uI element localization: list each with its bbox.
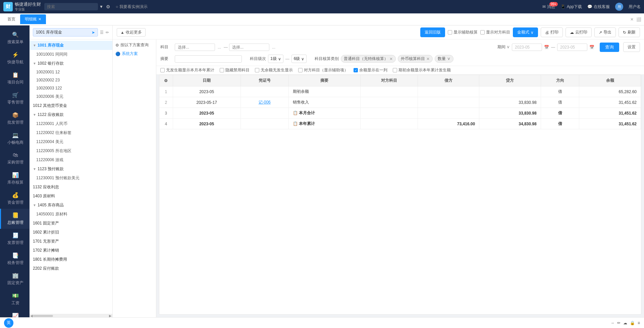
tree-item-1702[interactable]: 1702 累计摊销 bbox=[30, 246, 112, 255]
cb-show-balance-col[interactable]: ✓ 余额显示在一列 bbox=[354, 67, 387, 73]
list-view-icon[interactable]: ☰ bbox=[100, 30, 104, 35]
filter-settings-btn[interactable]: 设置 bbox=[623, 42, 640, 52]
cloud-print-btn[interactable]: ☁ 云打印 bbox=[566, 27, 592, 37]
sidebar-item-assets[interactable]: 🏢 固定资产 bbox=[0, 269, 30, 289]
sidebar-item-project[interactable]: 📋 项目合同 bbox=[0, 68, 30, 88]
cb-no-balance[interactable]: 无余额无发生显示 bbox=[255, 67, 293, 73]
tree-item-1602[interactable]: 1602 累计折旧 bbox=[30, 228, 112, 237]
tree-item-1132[interactable]: 1132 应收利息 bbox=[30, 183, 112, 192]
tab-close-icon[interactable]: ✕ bbox=[38, 17, 41, 21]
left-panel-hscroll[interactable]: ◀ ▶ bbox=[30, 314, 112, 317]
tree-item-11220001[interactable]: 11220001 人民币 bbox=[30, 119, 112, 128]
tree-item-1002[interactable]: ▼ 1002 银行存款 bbox=[30, 59, 112, 68]
bottom-lock-icon[interactable]: 🔒 bbox=[630, 321, 635, 325]
bottom-cloud-icon[interactable]: ☁ bbox=[623, 321, 627, 325]
subject-dots[interactable]: ... bbox=[216, 45, 222, 50]
sidebar-item-inventory[interactable]: 📊 库存核算 bbox=[0, 169, 30, 189]
subject-to-input[interactable] bbox=[229, 44, 269, 51]
col-settings[interactable]: ⚙ bbox=[159, 75, 173, 86]
export-btn[interactable]: ↗ 导出 bbox=[594, 27, 616, 37]
tag-quantity[interactable]: 数量 ∨ bbox=[435, 55, 453, 63]
tag-close-icon[interactable]: ✕ bbox=[426, 57, 430, 61]
sidebar-item-ecommerce[interactable]: 💻 小畅电商 bbox=[0, 129, 30, 149]
refresh-btn[interactable]: ↻ 刷新 bbox=[619, 27, 640, 37]
search-dropdown-icon[interactable]: ▼ bbox=[99, 4, 103, 9]
subject-to-dots[interactable]: ... bbox=[271, 45, 277, 50]
tree-item-10020003[interactable]: 10020003 122 bbox=[30, 84, 112, 92]
bottom-expand-btn[interactable]: 英 bbox=[4, 318, 13, 328]
cb-hide-disabled[interactable]: 隐藏禁用科目 bbox=[220, 67, 250, 73]
tag-foreign[interactable]: 外币核算科目 ✕ bbox=[398, 55, 433, 63]
tree-item-10020001[interactable]: 10020001 12 bbox=[30, 68, 112, 76]
sidebar-item-salary[interactable]: 💵 工资 bbox=[0, 289, 30, 309]
cb-no-occurrence[interactable]: 无发生额显示本月本年累计 bbox=[160, 67, 214, 73]
period-dropdown-label[interactable]: 期间 ∨ bbox=[497, 44, 510, 50]
bottom-arrow-icon[interactable]: → bbox=[610, 321, 614, 325]
tree-item-2202[interactable]: 2202 应付账款 bbox=[30, 264, 112, 273]
scheme-system-item[interactable]: 🔵 系统方案 bbox=[115, 50, 153, 58]
sidebar-item-purchase[interactable]: 🛍 采购管理 bbox=[0, 149, 30, 169]
app-download-btn[interactable]: 📱 App下载 bbox=[560, 4, 582, 10]
online-service-btn[interactable]: 💬 在线客服 bbox=[587, 4, 610, 10]
tree-item-1701[interactable]: 1701 无形资产 bbox=[30, 237, 112, 246]
tree-item-1123[interactable]: ▼ 1123 预付账款 bbox=[30, 165, 112, 174]
search-input[interactable] bbox=[44, 3, 98, 10]
level-to-select[interactable]: 6级 ∨ bbox=[291, 55, 307, 63]
tree-item-1001[interactable]: ▼ 1001 库存现金 bbox=[30, 41, 112, 50]
scroll-right-arrow[interactable]: ▶ bbox=[109, 314, 112, 317]
cb-show-year-accum[interactable]: 期初余额显示本年累计发生额 bbox=[393, 67, 451, 73]
scheme-settings-icon[interactable]: ⚙ bbox=[115, 43, 119, 48]
sidebar-item-retail[interactable]: 🛒 零售管理 bbox=[0, 88, 30, 109]
tree-item-1801[interactable]: 1801 长期待摊费用 bbox=[30, 255, 112, 264]
tree-item-1403[interactable]: 1403 原材料 bbox=[30, 192, 112, 201]
voucher-link[interactable]: 记-006 bbox=[259, 100, 271, 105]
period-calendar-to-icon[interactable]: 📅 bbox=[589, 45, 594, 50]
tag-normal[interactable]: 普通科目（无特殊核算） ✕ bbox=[341, 55, 396, 63]
tree-item-11220004[interactable]: 11220004 美元 bbox=[30, 137, 112, 146]
message-btn[interactable]: ✉ 消息 99+ bbox=[542, 4, 555, 10]
tag-close-icon[interactable]: ✕ bbox=[389, 57, 393, 61]
tree-item-10010001[interactable]: 10010001 同同同 bbox=[30, 50, 112, 59]
sidebar-item-operations[interactable]: 📈 经营管理 bbox=[0, 309, 30, 317]
sidebar-item-tax[interactable]: 📑 税务管理 bbox=[0, 249, 30, 269]
tab-window-max-icon[interactable]: ⬜ bbox=[636, 17, 641, 22]
settings-icon[interactable]: ⚙ bbox=[106, 4, 110, 9]
tree-item-1601[interactable]: 1601 固定资产 bbox=[30, 219, 112, 228]
tree-item-14050001[interactable]: 14050001 原材料 bbox=[30, 210, 112, 219]
tree-item-11220002[interactable]: 11220002 往来标签 bbox=[30, 128, 112, 137]
tree-item-11230001[interactable]: 11230001 预付账款美元 bbox=[30, 174, 112, 183]
scroll-left-arrow[interactable]: ◀ bbox=[30, 314, 33, 317]
go-back-btn[interactable]: 返回旧版 bbox=[420, 27, 445, 37]
tree-item-11220005[interactable]: 11220005 所在地区 bbox=[30, 146, 112, 155]
tab-ledger[interactable]: 明细账 ✕ bbox=[20, 14, 46, 24]
show-assist-checkbox[interactable]: 显示辅助核算 bbox=[448, 29, 478, 35]
summary-input[interactable] bbox=[175, 55, 242, 63]
tree-item-1012[interactable]: 1012 其他货币资金 bbox=[30, 101, 112, 110]
sidebar-item-wholesale[interactable]: 📦 批发管理 bbox=[0, 109, 30, 129]
sidebar-item-invoice[interactable]: 🧾 发票管理 bbox=[0, 229, 30, 249]
cb-show-contra[interactable]: 对方科目（显示辅助项） bbox=[298, 67, 348, 73]
query-btn[interactable]: 查询 bbox=[600, 43, 619, 52]
subject-from-input[interactable] bbox=[175, 44, 215, 51]
user-avatar[interactable]: 用 bbox=[615, 3, 623, 11]
tree-item-1122[interactable]: ▼ 1122 应收账款 bbox=[30, 110, 112, 119]
tab-window-min-icon[interactable]: ✕ bbox=[630, 17, 634, 22]
tab-home[interactable]: 首页 bbox=[3, 14, 20, 24]
account-select-icon[interactable]: ➤ bbox=[92, 30, 95, 35]
period-from-input[interactable] bbox=[512, 44, 542, 51]
row-voucher-2[interactable]: 记-006 bbox=[240, 97, 288, 108]
amount-mode-btn[interactable]: 金额式 ∨ bbox=[513, 27, 538, 37]
sidebar-item-search[interactable]: 🔍 搜索菜单 bbox=[0, 28, 30, 48]
level-from-select[interactable]: 1级 ∨ bbox=[268, 55, 283, 63]
tree-item-10020006[interactable]: 10020006 美元 bbox=[30, 92, 112, 101]
sidebar-item-quicknav[interactable]: ⚡ 快捷导航 bbox=[0, 48, 30, 68]
bottom-edit-icon[interactable]: ✏ bbox=[617, 321, 621, 325]
bottom-menu-icon[interactable]: ≡ bbox=[638, 321, 640, 325]
sidebar-item-finance[interactable]: 💰 资金管理 bbox=[0, 189, 30, 209]
expand-btn[interactable]: ▲ 收起更多 bbox=[117, 28, 146, 37]
show-contra-checkbox[interactable]: 显示对方科目 bbox=[480, 29, 510, 35]
tree-item-10020002[interactable]: 10020002 23 bbox=[30, 76, 112, 84]
demo-link[interactable]: ○ 我要看实例演示 bbox=[116, 4, 148, 10]
edit-icon[interactable]: ✏ bbox=[106, 30, 109, 35]
period-calendar-from-icon[interactable]: 📅 bbox=[544, 45, 549, 50]
